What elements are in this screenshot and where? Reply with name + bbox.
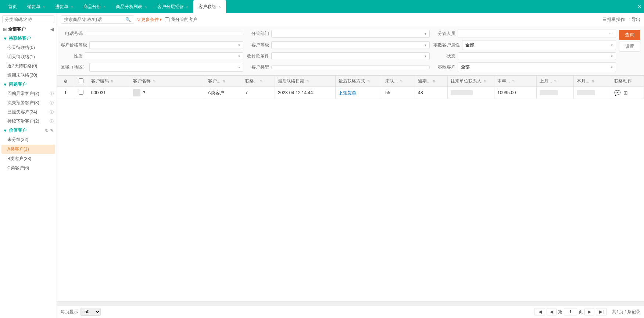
per-page-select[interactable]: 50 100 200 xyxy=(80,308,101,316)
more-conditions-btn[interactable]: ▽ 更多条件 ▾ xyxy=(137,17,162,23)
batch-op-btn[interactable]: ☰ 批量操作 xyxy=(602,17,625,23)
retail-attr-select[interactable]: 全部 ▾ xyxy=(462,40,616,50)
sort-icon[interactable]: ⇅ xyxy=(153,79,156,83)
th-code[interactable]: 客户编码 ⇅ xyxy=(88,76,130,87)
nav-customer-contact[interactable]: 客户联络 × xyxy=(193,0,226,13)
sidebar-item-lost[interactable]: 已流失客户(24) ⓘ xyxy=(0,107,57,117)
horizontal-scrollbar[interactable] xyxy=(57,301,644,305)
sort-icon[interactable]: ⇅ xyxy=(554,79,557,83)
sort-icon[interactable]: ⇅ xyxy=(367,79,370,83)
next-page-btn[interactable]: ▶ xyxy=(584,308,594,315)
sidebar-item-7days[interactable]: 近7天待联络(0) xyxy=(0,61,57,71)
close-icon[interactable]: × xyxy=(218,4,221,9)
nav-purchase[interactable]: 进货单 × xyxy=(50,0,78,13)
settings-icon[interactable]: ⚙ xyxy=(64,79,68,84)
th-settings[interactable]: ⚙ xyxy=(57,76,74,87)
dept-select[interactable]: ▾ xyxy=(271,30,430,38)
sidebar-search-box[interactable]: 🔍 xyxy=(2,15,54,23)
nav-home[interactable]: 首页 xyxy=(3,0,22,13)
nav-product-analysis[interactable]: 商品分析 × xyxy=(78,0,111,13)
filter-search-input[interactable] xyxy=(64,17,125,22)
sidebar-item-a-class[interactable]: A类客户(1) xyxy=(1,145,55,154)
customer-level-select[interactable]: ▾ xyxy=(271,41,430,49)
sidebar-item-tomorrow[interactable]: 明天待联络(1) xyxy=(0,52,57,61)
row-select-checkbox[interactable] xyxy=(79,90,83,95)
query-btn[interactable]: 查询 xyxy=(619,30,640,40)
region-select[interactable]: ··· xyxy=(89,63,243,72)
sidebar-item-b-class[interactable]: B类客户(33) xyxy=(0,154,57,163)
nature-select[interactable]: ▾ xyxy=(85,52,243,60)
my-customers-filter[interactable]: 我分管的客户 xyxy=(165,17,197,23)
th-last-contact-method[interactable]: 最后联络方式 ⇅ xyxy=(336,76,382,87)
search-icon[interactable]: 🔍 xyxy=(125,17,131,22)
sort-icon[interactable]: ⇅ xyxy=(512,79,515,83)
select-all-checkbox[interactable] xyxy=(79,78,83,83)
th-checkbox[interactable] xyxy=(74,76,88,87)
sidebar-section-pending[interactable]: ▼ 待联络客户 xyxy=(0,34,57,43)
customer-type-label: 客户类型 xyxy=(247,64,269,70)
close-icon[interactable]: × xyxy=(43,4,45,9)
sidebar-item-losing[interactable]: 流失预警客户(3) ⓘ xyxy=(0,98,57,107)
sidebar-item-ungroup[interactable]: 未分组(32) xyxy=(0,135,57,144)
sort-icon[interactable]: ⇅ xyxy=(260,79,263,83)
nav-customer-mgmt[interactable]: 客户分层经营 × xyxy=(152,0,193,13)
row-checkbox[interactable] xyxy=(74,87,88,99)
filter-search-box[interactable]: 🔍 xyxy=(61,15,134,24)
th-overdue[interactable]: 逾期... ⇅ xyxy=(415,76,448,87)
th-last-contact-date[interactable]: 最后联络日期 ⇅ xyxy=(275,76,336,87)
my-customers-checkbox[interactable] xyxy=(165,17,169,22)
sidebar-section-problem[interactable]: ▼ 问题客户 xyxy=(0,80,57,89)
prev-page-btn[interactable]: ◀ xyxy=(547,308,557,315)
close-icon[interactable]: × xyxy=(71,4,73,9)
manager-input[interactable]: ··· xyxy=(458,29,616,38)
sidebar-search-input[interactable] xyxy=(5,17,57,22)
filter-group-manager: 分管人员 ··· xyxy=(433,29,616,38)
arrow-down-icon: ▼ xyxy=(3,82,7,87)
sidebar-item-c-class[interactable]: C类客户(6) xyxy=(0,163,57,173)
setting-btn[interactable]: 设置 xyxy=(619,42,640,52)
first-page-btn[interactable]: |◀ xyxy=(534,308,545,315)
th-no-contact[interactable]: 未联... ⇅ xyxy=(382,76,415,87)
th-contact[interactable]: 联络... ⇅ xyxy=(242,76,275,87)
th-last-month[interactable]: 上月... ⇅ xyxy=(536,76,574,87)
sort-icon[interactable]: ⇅ xyxy=(433,79,436,83)
sort-icon[interactable]: ⇅ xyxy=(222,79,225,83)
chat-icon[interactable]: 💬 xyxy=(614,90,620,96)
refresh-icon[interactable]: ↻ xyxy=(45,128,49,133)
sort-icon[interactable]: ⇅ xyxy=(306,79,309,83)
phone-input[interactable] xyxy=(85,32,243,35)
price-level-select[interactable]: ▾ xyxy=(89,41,243,49)
payment-select[interactable]: ▾ xyxy=(271,52,430,60)
page-number-input[interactable] xyxy=(564,308,577,315)
sort-icon[interactable]: ⇅ xyxy=(591,79,594,83)
sidebar-all-customers[interactable]: ⊞ 全部客户 ◀ xyxy=(0,25,57,34)
edit-icon[interactable]: ✎ xyxy=(50,128,54,133)
nav-sales[interactable]: 销货单 × xyxy=(22,0,50,13)
close-icon[interactable]: × xyxy=(144,4,147,9)
sidebar-item-abnormal[interactable]: 回购异常客户(2) ⓘ xyxy=(0,89,57,98)
close-icon[interactable]: × xyxy=(103,4,105,9)
row-last-contact-method[interactable]: 下销货单 xyxy=(336,87,382,99)
th-type[interactable]: 客户... ⇅ xyxy=(205,76,242,87)
sort-icon[interactable]: ⇅ xyxy=(111,79,114,83)
sidebar-item-today[interactable]: 今天待联络(0) xyxy=(0,43,57,52)
export-btn[interactable]: ↑ 导出 xyxy=(629,17,640,23)
th-name[interactable]: 客户名称 ⇅ xyxy=(130,76,205,87)
sort-icon[interactable]: ⇅ xyxy=(400,79,403,83)
nav-product-list[interactable]: 商品分析列表 × xyxy=(111,0,152,13)
status-select[interactable]: ▾ xyxy=(458,52,616,60)
last-page-btn[interactable]: ▶| xyxy=(596,308,607,315)
th-prev-contact[interactable]: 往来单位联系人 ⇅ xyxy=(448,76,494,87)
close-icon[interactable]: × xyxy=(186,4,188,9)
retail-select[interactable]: 全部 ▾ xyxy=(458,62,616,72)
sort-icon[interactable]: ⇅ xyxy=(484,79,487,83)
sidebar-section-value[interactable]: ▼ 价值客户 ↻ ✎ xyxy=(0,126,57,135)
th-this-year[interactable]: 本年... ⇅ xyxy=(494,76,536,87)
customer-type-input[interactable] xyxy=(271,66,430,69)
sidebar-item-declining[interactable]: 持续下滑客户(2) ⓘ xyxy=(0,117,57,126)
nav-close-all[interactable]: × xyxy=(638,3,641,10)
sidebar-item-overdue[interactable]: 逾期未联络(30) xyxy=(0,71,57,80)
qr-icon[interactable]: ⊞ xyxy=(623,90,628,96)
th-this-month[interactable]: 本月... ⇅ xyxy=(574,76,611,87)
collapse-icon[interactable]: ◀ xyxy=(50,27,54,32)
